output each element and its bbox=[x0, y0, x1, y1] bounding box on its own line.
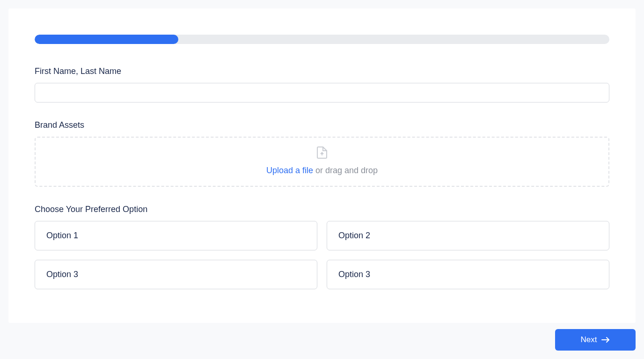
upload-file-link[interactable]: Upload a file bbox=[266, 166, 313, 175]
next-button-label: Next bbox=[581, 335, 597, 344]
dropzone-rest-text: or drag and drop bbox=[313, 166, 378, 175]
progress-bar bbox=[35, 35, 609, 44]
form-card: First Name, Last Name Brand Assets Uploa… bbox=[8, 8, 636, 323]
upload-file-icon bbox=[316, 146, 328, 161]
name-label: First Name, Last Name bbox=[35, 66, 609, 76]
option-tile[interactable]: Option 1 bbox=[35, 221, 317, 250]
name-section: First Name, Last Name bbox=[35, 66, 609, 103]
options-grid: Option 1 Option 2 Option 3 Option 3 bbox=[35, 221, 609, 289]
file-dropzone[interactable]: Upload a file or drag and drop bbox=[35, 137, 609, 187]
progress-fill bbox=[35, 35, 178, 44]
preferred-option-section: Choose Your Preferred Option Option 1 Op… bbox=[35, 205, 609, 289]
next-button[interactable]: Next bbox=[555, 329, 636, 351]
option-tile[interactable]: Option 3 bbox=[35, 260, 317, 289]
form-footer: Next bbox=[555, 329, 636, 351]
preferred-option-label: Choose Your Preferred Option bbox=[35, 205, 609, 214]
option-tile[interactable]: Option 3 bbox=[327, 260, 609, 289]
name-input[interactable] bbox=[35, 83, 609, 103]
arrow-right-icon bbox=[601, 337, 610, 343]
dropzone-text: Upload a file or drag and drop bbox=[36, 166, 608, 176]
option-tile[interactable]: Option 2 bbox=[327, 221, 609, 250]
brand-assets-section: Brand Assets Upload a file or drag and d… bbox=[35, 120, 609, 187]
brand-assets-label: Brand Assets bbox=[35, 120, 609, 130]
